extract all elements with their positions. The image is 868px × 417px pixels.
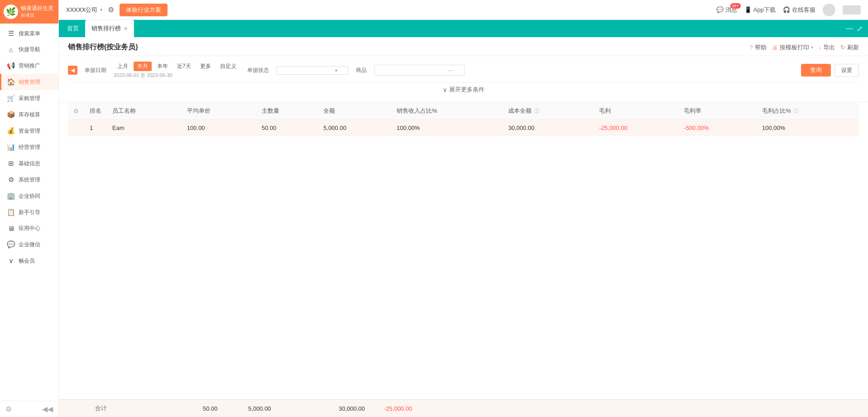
- row-rank-cell: 1: [84, 120, 107, 136]
- tab-home-label: 首页: [67, 24, 79, 33]
- app-label: App下载: [753, 6, 776, 14]
- inventory-icon: 📦: [7, 110, 15, 119]
- tab-close-icon[interactable]: ✕: [124, 26, 128, 32]
- help-icon: ?: [749, 44, 753, 51]
- sidebar-label-quicknav: 快捷导航: [19, 46, 40, 53]
- tab-minimize-icon[interactable]: —: [846, 24, 853, 33]
- th-avg-price: 平均单价: [182, 102, 256, 120]
- export-btn[interactable]: ↓ 导出: [819, 43, 835, 52]
- main-area: XXXXX公司 ▾ ⚙ 体验行业方案 💬 消息 99+ 📱 App下载 🎧 在线…: [59, 0, 868, 417]
- tab-home[interactable]: 首页: [61, 20, 85, 37]
- sidebar-item-marketing[interactable]: 📢 营销推广: [0, 58, 58, 74]
- footer-profit: -25,000.00: [379, 405, 424, 412]
- support-icon: 🎧: [783, 6, 790, 13]
- sidebar-item-quicknav[interactable]: ⌂ 快捷导航: [0, 42, 58, 58]
- sidebar-item-system[interactable]: ⚙ 系统管理: [0, 172, 58, 188]
- system-icon: ⚙: [7, 176, 15, 184]
- th-qty: 主数量: [256, 102, 318, 120]
- tab-bar: 首页 销售排行榜 ✕ — ⤢: [59, 20, 868, 37]
- sidebar-footer: ⚙ ◀◀: [0, 401, 58, 417]
- sidebar-item-appstore[interactable]: 🖥 应用中心: [0, 220, 58, 236]
- date-opt-more[interactable]: 更多: [197, 62, 215, 71]
- message-btn[interactable]: 💬 消息 99+: [716, 6, 737, 14]
- goods-select[interactable]: ···: [374, 65, 465, 76]
- export-label: 导出: [823, 43, 835, 52]
- date-opt-7days[interactable]: 近7天: [173, 62, 195, 71]
- header-settings-icon[interactable]: ⚙: [108, 5, 114, 14]
- sidebar-item-sales[interactable]: 🏠 销售管理: [0, 74, 58, 90]
- sidebar-label-wechat: 企业微信: [19, 241, 40, 249]
- cost-info-icon[interactable]: ⓘ: [534, 108, 539, 114]
- footer-total-label: 合计: [68, 404, 107, 412]
- app-download-btn[interactable]: 📱 App下载: [744, 6, 776, 14]
- sidebar-label-appstore: 应用中心: [19, 225, 40, 232]
- table-header-row: ⚙ 排名 员工名称 平均单价 主数量 全额 销售收入占比% 成本全额 ⓘ 毛利 …: [68, 102, 859, 120]
- sidebar-item-purchase[interactable]: 🛒 采购管理: [0, 90, 58, 106]
- date-options: 上月 本月 本年 近7天 更多 自定义 2023-06-01 至 2023-06…: [114, 62, 240, 79]
- th-profit: 毛利: [594, 102, 678, 120]
- row-sales-pct-cell: 100.00%: [391, 120, 503, 136]
- logo-icon: 🌿: [4, 5, 18, 19]
- status-filter-label: 单据状态: [247, 67, 269, 74]
- filter-area: ◀ 单据日期 上月 本月 本年 近7天 更多 自定义 2023-06-01 至 …: [59, 56, 868, 102]
- sidebar-item-basic[interactable]: ⊞ 基础信息: [0, 155, 58, 172]
- sidebar-item-finance[interactable]: 💰 资金管理: [0, 123, 58, 139]
- th-profit-rate: 毛利率: [678, 102, 757, 120]
- sidebar-item-member[interactable]: ∨ 畅会员: [0, 253, 58, 269]
- sidebar-collapse-icon[interactable]: ◀◀: [42, 405, 53, 413]
- try-industry-button[interactable]: 体验行业方案: [120, 4, 168, 16]
- data-table: ⚙ 排名 员工名称 平均单价 主数量 全额 销售收入占比% 成本全额 ⓘ 毛利 …: [68, 102, 859, 136]
- export-icon: ↓: [819, 44, 822, 51]
- row-profit-cell: -25,000.00: [594, 120, 678, 136]
- sidebar-label-member: 畅会员: [19, 257, 35, 265]
- filter-row-1: ◀ 单据日期 上月 本月 本年 近7天 更多 自定义 2023-06-01 至 …: [68, 62, 859, 79]
- sidebar-label-finance: 资金管理: [19, 127, 40, 135]
- sidebar-item-enterprise[interactable]: 🏢 企业协同: [0, 188, 58, 204]
- support-label: 在线客服: [792, 6, 815, 14]
- company-selector[interactable]: XXXXX公司 ▾: [66, 6, 102, 14]
- avatar[interactable]: [823, 4, 835, 16]
- sidebar-item-inventory[interactable]: 📦 库存核算: [0, 106, 58, 123]
- refresh-btn[interactable]: ↻ 刷新: [840, 43, 859, 52]
- sidebar-label-operation: 经营管理: [19, 144, 40, 151]
- date-opt-thismonth[interactable]: 本月: [134, 62, 152, 71]
- th-settings[interactable]: ⚙: [68, 102, 84, 120]
- help-label: 帮助: [755, 43, 767, 52]
- tab-fullscreen-icon[interactable]: ⤢: [857, 24, 863, 33]
- help-btn[interactable]: ? 帮助: [749, 43, 766, 52]
- page-title: 销售排行榜(按业务员): [68, 43, 138, 52]
- sidebar-settings-icon[interactable]: ⚙: [5, 405, 12, 413]
- top-header: XXXXX公司 ▾ ⚙ 体验行业方案 💬 消息 99+ 📱 App下载 🎧 在线…: [59, 0, 868, 20]
- guide-icon: 📋: [7, 208, 15, 216]
- date-opt-thisyear[interactable]: 本年: [153, 62, 172, 71]
- table-container: ⚙ 排名 员工名称 平均单价 主数量 全额 销售收入占比% 成本全额 ⓘ 毛利 …: [59, 102, 868, 399]
- username-area: [843, 5, 861, 14]
- sidebar-item-guide[interactable]: 📋 新手引导: [0, 204, 58, 220]
- status-select[interactable]: ▾: [276, 66, 349, 75]
- date-opt-custom[interactable]: 自定义: [216, 62, 240, 71]
- tab-bar-actions: — ⤢: [846, 24, 866, 33]
- quicknav-icon: ⌂: [7, 46, 15, 53]
- date-opt-lastmonth[interactable]: 上月: [114, 62, 132, 71]
- sidebar-item-operation[interactable]: 📊 经营管理: [0, 139, 58, 155]
- query-button[interactable]: 查询: [801, 64, 831, 77]
- header-right: 💬 消息 99+ 📱 App下载 🎧 在线客服: [716, 4, 861, 16]
- expand-more-btn[interactable]: ∨ 展开更多条件: [68, 82, 859, 96]
- expand-chevron-icon: ∨: [443, 86, 447, 93]
- enterprise-icon: 🏢: [7, 192, 15, 200]
- print-btn[interactable]: 🖨 按模板打印 ▾: [772, 43, 813, 52]
- date-options-row: 上月 本月 本年 近7天 更多 自定义: [114, 62, 240, 71]
- online-support-btn[interactable]: 🎧 在线客服: [783, 6, 815, 14]
- settings-button[interactable]: 设置: [834, 64, 859, 77]
- filter-collapse-icon[interactable]: ◀: [68, 66, 77, 75]
- tab-sales-rank[interactable]: 销售排行榜 ✕: [85, 20, 134, 37]
- sidebar-label-enterprise: 企业协同: [19, 192, 40, 200]
- sidebar-label-guide: 新手引导: [19, 209, 40, 216]
- sidebar-item-search[interactable]: ☰ 搜索菜单: [0, 25, 58, 42]
- finance-icon: 💰: [7, 127, 15, 135]
- sidebar-item-wechat[interactable]: 💬 企业微信: [0, 236, 58, 253]
- profit-pct-info-icon[interactable]: ⓘ: [793, 108, 798, 114]
- row-amount-cell: 5,000.00: [318, 120, 391, 136]
- print-label: 按模板打印: [780, 43, 809, 52]
- logo-text: 畅康通好生意: [21, 5, 53, 12]
